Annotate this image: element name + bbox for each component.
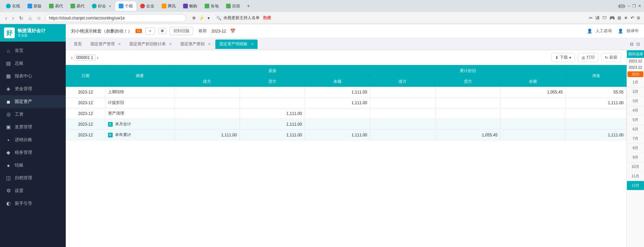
period-item-2[interactable]: 2月 bbox=[627, 87, 644, 97]
period-item-7[interactable]: 7月 bbox=[627, 134, 644, 143]
tab-asset-ledger[interactable]: 固定资产明细账 ✕ bbox=[215, 40, 258, 49]
sidebar-label-ledger: 总账 bbox=[15, 60, 23, 66]
tab-fixed-asset-mgmt[interactable]: 固定资产管理 ✕ bbox=[87, 40, 125, 49]
user-btn[interactable]: 徐译华 bbox=[627, 28, 639, 34]
cell-orig-credit-1 bbox=[240, 87, 305, 98]
sidebar-item-fixed-assets[interactable]: ◙ 固定资产 bbox=[0, 95, 66, 108]
tab-bar: 在线 新版 易代 易代 好会 ✕ 个税 企业 腾讯 bbox=[0, 0, 644, 12]
sidebar-item-settings[interactable]: ⚙ 设置 bbox=[0, 184, 66, 197]
sidebar-item-close-period[interactable]: ● 结账 bbox=[0, 159, 66, 172]
period-item-6[interactable]: 6月 bbox=[627, 125, 644, 134]
brightness-icon[interactable]: ☀ bbox=[624, 15, 628, 20]
browser-tab-chang[interactable]: 畅购 bbox=[180, 1, 201, 11]
browser-tab-yidai2[interactable]: 易代 bbox=[67, 1, 88, 11]
restore-icon[interactable]: ❐ bbox=[632, 4, 636, 8]
tab-close-icon[interactable]: ✕ bbox=[109, 4, 111, 8]
browser-tab-online[interactable]: 在线 bbox=[3, 1, 23, 11]
minimize-icon[interactable]: ─ bbox=[627, 4, 630, 8]
tax-icon: ◆ bbox=[5, 149, 11, 156]
sidebar-item-home[interactable]: ⌂ 首页 bbox=[0, 44, 66, 57]
scissors-icon[interactable]: ✂ bbox=[589, 15, 593, 20]
game-icon[interactable]: 🎮 bbox=[609, 15, 615, 20]
tab-home[interactable]: 首页 bbox=[70, 40, 86, 49]
extension-icon1[interactable]: ⚙ bbox=[192, 16, 196, 20]
tab-asset-category[interactable]: 固定资产类别 ✕ bbox=[176, 40, 215, 49]
reports-icon: ▦ bbox=[5, 73, 11, 79]
table-row: 2023-12 上期结转 1,111.00 1,055.45 55.55 bbox=[66, 87, 627, 98]
cell-accum-balance-4 bbox=[500, 119, 566, 130]
th-accum-credit: 贷方 bbox=[435, 77, 500, 87]
translate-icon[interactable]: 译 bbox=[595, 15, 600, 21]
calendar-icon[interactable]: 📅 bbox=[230, 28, 235, 34]
address-input[interactable] bbox=[45, 14, 186, 22]
sidebar-item-funds[interactable]: ◈ 资金管理 bbox=[0, 82, 66, 95]
close-window-icon[interactable]: ✕ bbox=[638, 4, 641, 8]
sidebar-item-tax[interactable]: ◆ 税务管理 bbox=[0, 146, 66, 159]
shield-icon[interactable]: 🛡 bbox=[602, 15, 607, 20]
browser-tab-geshui[interactable]: 个税 bbox=[115, 1, 136, 11]
browser-tab-haohui[interactable]: 好会 ✕ bbox=[89, 1, 115, 11]
cell-accum-credit-5: 1,055.45 bbox=[435, 130, 500, 140]
logo-sub: 专业版 bbox=[17, 33, 46, 38]
window-minimize-icon[interactable]: ⊟ bbox=[630, 42, 634, 47]
period-item-12[interactable]: 12月 bbox=[627, 181, 644, 190]
search-icon: 🔍 bbox=[216, 16, 221, 20]
history-icon[interactable]: ↶ bbox=[631, 15, 634, 20]
new-tab-button[interactable]: + bbox=[244, 3, 253, 9]
menu-icon[interactable]: ≡ bbox=[637, 15, 640, 21]
browser-tab-gedi[interactable]: 各地 bbox=[201, 1, 222, 11]
prev-page-button[interactable]: ‹ bbox=[71, 55, 73, 60]
period-item-11[interactable]: 11月 bbox=[627, 172, 644, 181]
browser-tab-muqian[interactable]: 目前 bbox=[223, 1, 244, 11]
sidebar-item-invoice[interactable]: ▣ 发票管理 bbox=[0, 121, 66, 133]
archive-icon: ◫ bbox=[5, 175, 11, 181]
help-btn[interactable]: 人工咨询 bbox=[596, 28, 612, 34]
settings-account-button[interactable]: ⚙ bbox=[158, 28, 166, 34]
fixed-assets-icon: ◙ bbox=[5, 99, 11, 105]
switch-version-button[interactable]: 切到旧版 bbox=[170, 27, 193, 35]
bookmark-button[interactable]: ☆ bbox=[36, 15, 43, 21]
sidebar-item-payroll[interactable]: ◎ 工资 bbox=[0, 108, 66, 121]
print-button[interactable]: 🖨 打印 bbox=[578, 53, 598, 62]
period-item-3[interactable]: 3月 bbox=[627, 97, 644, 106]
browser-tab-tengxun[interactable]: 腾讯 bbox=[158, 1, 179, 11]
next-page-button[interactable]: › bbox=[97, 55, 99, 60]
tab-depreciation-stat[interactable]: 固定资产折旧统计表 ✕ bbox=[125, 40, 176, 49]
period-item-8[interactable]: 8月 bbox=[627, 143, 644, 153]
home-nav-button[interactable]: ⌂ bbox=[27, 15, 33, 21]
window-maximize-icon[interactable]: ⊡ bbox=[636, 42, 640, 47]
download-button[interactable]: ⬇ 下载 ▾ bbox=[551, 53, 575, 62]
period-item-9[interactable]: 9月 bbox=[627, 153, 644, 162]
grid-icon[interactable]: ⊞ bbox=[618, 15, 621, 20]
sidebar-item-archive[interactable]: ◫ 归档管理 bbox=[0, 172, 66, 184]
browser-tab-new[interactable]: 新版 bbox=[24, 1, 45, 11]
sidebar-logo[interactable]: 好 畅捷通好会计 专业版 bbox=[0, 24, 66, 42]
sidebar-item-reports[interactable]: ▦ 报表中心 bbox=[0, 70, 66, 82]
sidebar-item-inventory[interactable]: ▪ 进销台账 bbox=[0, 133, 66, 146]
sidebar-item-guide[interactable]: ◐ 新手引导 bbox=[0, 197, 66, 210]
th-accum-balance: 余额 bbox=[500, 77, 566, 87]
dropdown-icon[interactable]: ▾ bbox=[208, 16, 210, 20]
extension-icon2[interactable]: ⚡ bbox=[199, 16, 204, 20]
tab-close-asset-ledger[interactable]: ✕ bbox=[251, 42, 254, 46]
browser-tab-qiye[interactable]: 企业 bbox=[137, 1, 158, 11]
sidebar-item-ledger[interactable]: ▤ 总账 bbox=[0, 57, 66, 70]
tab-close-depreciation-stat[interactable]: ✕ bbox=[169, 42, 172, 46]
period-item-5[interactable]: 5月 bbox=[627, 115, 644, 125]
back-button[interactable]: ‹ bbox=[4, 15, 8, 21]
browser-tab-yidai1[interactable]: 易代 bbox=[46, 1, 66, 11]
period-date2: 2023.12 bbox=[627, 64, 644, 71]
tab-label: 好会 bbox=[98, 3, 106, 9]
toolbar-actions: ⬇ 下载 ▾ 🖨 打印 ↻ 刷新 bbox=[551, 53, 621, 62]
period-item-4[interactable]: 4月 bbox=[627, 106, 644, 115]
forward-button[interactable]: › bbox=[11, 15, 15, 21]
cell-date-5: 2023-12 bbox=[66, 130, 105, 140]
period-item-10[interactable]: 10月 bbox=[627, 162, 644, 172]
reload-button[interactable]: ↻ bbox=[18, 15, 24, 21]
sidebar: 好 畅捷通好会计 专业版 ⌂ 首页 ▤ 总账 ▦ 报表中心 ◈ 资金管理 bbox=[0, 24, 66, 247]
tab-close-fixed-asset-mgmt[interactable]: ✕ bbox=[118, 42, 121, 46]
tab-close-asset-category[interactable]: ✕ bbox=[208, 42, 211, 46]
period-item-1[interactable]: 1月 bbox=[627, 78, 644, 87]
refresh-button[interactable]: ↻ 刷新 bbox=[601, 53, 621, 62]
add-account-button[interactable]: + bbox=[145, 27, 155, 35]
